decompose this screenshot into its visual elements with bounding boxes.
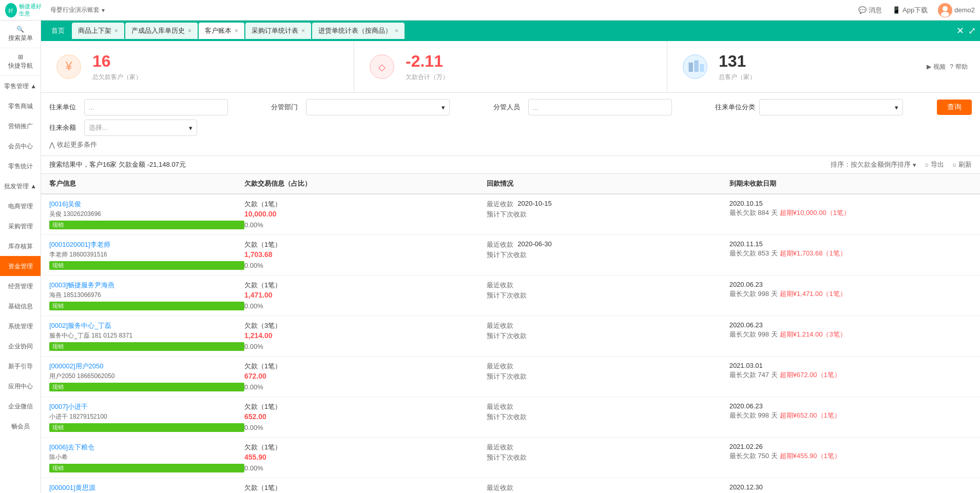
- next-payment-label-0: 预计下次收款: [487, 210, 527, 219]
- sidebar-item-app-center[interactable]: 应用中心: [0, 376, 41, 396]
- company-selector[interactable]: 母婴行业演示账套 ▾: [50, 6, 105, 14]
- expire-amount-6[interactable]: 超期¥455.90（1笔）: [780, 451, 841, 461]
- sidebar-item-inventory[interactable]: 库存核算: [0, 236, 41, 256]
- customer-info-2: [0003]畅捷服务尹海燕 海燕 18513066976 现销: [49, 281, 244, 310]
- stat-info-customers: 16 总欠款客户（家）: [92, 52, 341, 82]
- balance-arrow: ▾: [189, 124, 193, 132]
- customer-name-1[interactable]: [0001020001]李老师: [49, 240, 244, 249]
- stat-actions: ▶ 视频 ? 帮助: [927, 63, 968, 71]
- customer-phone-2: 海燕 18513066976: [49, 291, 244, 300]
- sidebar-item-retail-mgmt[interactable]: 零售管理 ▲: [0, 76, 41, 96]
- customer-name-7[interactable]: [000001]黄思源: [49, 483, 244, 492]
- svg-point-4: [941, 12, 949, 17]
- debt-amount-1[interactable]: 1,703.68: [244, 250, 487, 259]
- debt-amount-3[interactable]: 1,214.00: [244, 331, 487, 340]
- tab-product-history[interactable]: 产成品入库单历史 ×: [125, 23, 198, 39]
- filter-dept: 分管部门 ▾: [271, 99, 485, 115]
- debt-amount-6[interactable]: 455.90: [244, 453, 487, 461]
- query-button[interactable]: 查询: [937, 100, 972, 115]
- sidebar-item-batch-mgmt[interactable]: 批发管理 ▲: [0, 176, 41, 196]
- source-unit-label: 往来单位: [49, 103, 80, 112]
- customer-name-0[interactable]: [0016]吴俊: [49, 200, 244, 209]
- sort-dropdown[interactable]: 排序：按欠款金额倒序排序 ▾: [831, 160, 916, 169]
- debt-amount-5[interactable]: 652.00: [244, 412, 487, 421]
- expire-amount-0[interactable]: 超期¥10,000.00（1笔）: [780, 208, 850, 218]
- tab-purchase-order-label: 采购订单统计表: [252, 26, 298, 35]
- expire-amount-5[interactable]: 超期¥652.00（1笔）: [780, 411, 841, 420]
- tab-product-shelf[interactable]: 商品上下架 ×: [72, 23, 124, 39]
- payback-info-2: 最近收款 预计下次收款: [487, 281, 729, 300]
- tab-purchase-stat[interactable]: 进货单统计表（按商品） ×: [312, 23, 405, 39]
- expire-info-7: 2020.12.30 最长欠款 808 天 超期¥429.00（1笔）: [729, 483, 972, 493]
- col-header-customer: 客户信息: [49, 179, 244, 188]
- sidebar-item-ecommerce[interactable]: 电商管理: [0, 196, 41, 216]
- close-all-tabs-btn[interactable]: ✕: [956, 25, 964, 36]
- sidebar-item-purchase[interactable]: 采购管理: [0, 216, 41, 236]
- export-btn[interactable]: ○ 导出: [925, 160, 944, 169]
- recent-payment-label-7: 最近收款: [487, 483, 513, 492]
- next-payment-label-5: 预计下次收款: [487, 412, 527, 422]
- message-btn[interactable]: 💬 消息: [858, 6, 882, 15]
- source-unit-input[interactable]: ...: [84, 99, 228, 115]
- tab-product-history-close[interactable]: ×: [188, 27, 191, 34]
- customer-name-5[interactable]: [0007]小进干: [49, 402, 244, 411]
- next-payment-label-1: 预计下次收款: [487, 250, 527, 260]
- customer-name-3[interactable]: [0002]服务中心_丁磊: [49, 321, 244, 330]
- sidebar-item-finance[interactable]: 资金管理: [0, 256, 41, 276]
- sidebar-item-system[interactable]: 系统管理: [0, 316, 41, 336]
- sidebar-item-member[interactable]: 会员中心: [0, 136, 41, 156]
- app-download-btn[interactable]: 📱 App下载: [892, 6, 928, 15]
- sidebar-item-retail-store[interactable]: 零售商城: [0, 96, 41, 116]
- payback-info-1: 最近收款 2020-06-30 预计下次收款: [487, 240, 729, 260]
- sidebar-item-basic-info[interactable]: 基础信息: [0, 296, 41, 316]
- sidebar-item-retail-stat[interactable]: 零售统计: [0, 156, 41, 176]
- tab-purchase-order[interactable]: 采购订单统计表 ×: [245, 23, 311, 39]
- tab-customer-account[interactable]: 客户账本 ×: [199, 23, 244, 39]
- sidebar-item-enterprise[interactable]: 企业协同: [0, 336, 41, 356]
- expire-amount-3[interactable]: 超期¥1,214.00（3笔）: [780, 330, 847, 339]
- debt-amount-2[interactable]: 1,471.00: [244, 291, 487, 299]
- source-unit-dots: ...: [89, 104, 94, 111]
- tab-bar-actions: ✕ ⤢: [956, 25, 976, 36]
- debt-amount-0[interactable]: 10,000.00: [244, 210, 487, 218]
- recent-payment-date-1: 2020-06-30: [517, 240, 552, 249]
- sidebar-item-marketing[interactable]: 营销推广: [0, 116, 41, 136]
- balance-label: 往来余额: [49, 123, 80, 132]
- help-label: 帮助: [955, 63, 968, 71]
- tab-purchase-stat-close[interactable]: ×: [395, 27, 398, 34]
- person-input[interactable]: ...: [528, 99, 672, 115]
- video-btn[interactable]: ▶ 视频: [927, 63, 946, 71]
- stat-value-debt: -2.11: [406, 52, 655, 71]
- sidebar-search[interactable]: 🔍 搜索菜单: [0, 21, 41, 48]
- unit-category-select[interactable]: ▾: [759, 99, 903, 115]
- debt-amount-4[interactable]: 672.00: [244, 372, 487, 380]
- customer-tag-1: 现销: [49, 261, 244, 270]
- filter-unit-category: 往来单位分类 ▾: [715, 99, 929, 115]
- tab-purchase-order-close[interactable]: ×: [301, 27, 305, 34]
- tab-product-shelf-close[interactable]: ×: [114, 27, 118, 34]
- expire-amount-4[interactable]: 超期¥672.00（1笔）: [780, 370, 841, 380]
- balance-select[interactable]: 选择... ▾: [84, 120, 197, 136]
- expire-amount-2[interactable]: 超期¥1,471.00（1笔）: [780, 289, 847, 299]
- tab-customer-account-close[interactable]: ×: [235, 27, 238, 34]
- sidebar-item-guide[interactable]: 新手引导: [0, 356, 41, 376]
- sidebar-item-member-vip[interactable]: 畅会员: [0, 416, 41, 436]
- sidebar-item-wechat[interactable]: 企业微信: [0, 396, 41, 416]
- help-btn[interactable]: ? 帮助: [950, 63, 968, 71]
- customer-name-2[interactable]: [0003]畅捷服务尹海燕: [49, 281, 244, 290]
- refresh-btn[interactable]: ○ 刷新: [952, 160, 972, 169]
- dept-select[interactable]: ▾: [306, 99, 450, 115]
- collapse-button[interactable]: ⋀ 收起更多条件: [49, 140, 972, 149]
- customer-name-4[interactable]: [000002]用户2050: [49, 362, 244, 371]
- customer-name-6[interactable]: [0006]去下粮仓: [49, 443, 244, 452]
- expire-date-5: 2020.06.23: [729, 402, 972, 410]
- stat-label-customers: 总欠款客户（家）: [92, 73, 341, 82]
- customer-phone-1: 李老师 18600391516: [49, 250, 244, 259]
- tab-home[interactable]: 首页: [45, 23, 71, 39]
- stat-info-total: 131 总客户（家）: [719, 52, 918, 82]
- sidebar-quick-nav[interactable]: ⊞ 快捷导航: [0, 48, 41, 75]
- sidebar-item-operation[interactable]: 经营管理: [0, 276, 41, 296]
- user-avatar-area[interactable]: demo2: [938, 3, 975, 17]
- fullscreen-btn[interactable]: ⤢: [968, 25, 976, 36]
- expire-amount-1[interactable]: 超期¥1,703.68（1笔）: [780, 249, 847, 258]
